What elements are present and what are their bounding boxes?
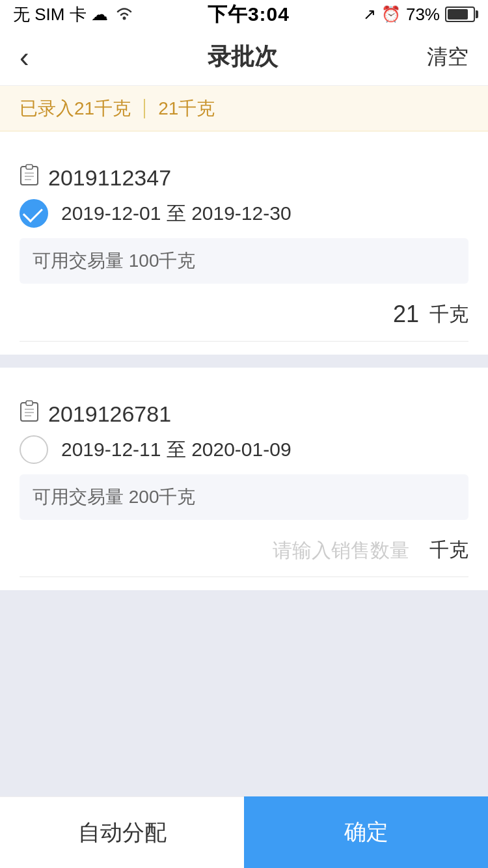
location-icon: ↗ [363, 5, 376, 23]
status-bar: 无 SIM 卡 ☁ 下午3:04 ↗ ⏰ 73% [0, 0, 488, 29]
wifi-icon [115, 5, 134, 25]
battery-percent: 73% [406, 5, 440, 25]
batch2-available: 可用交易量 200千克 [20, 474, 468, 520]
svg-rect-2 [26, 165, 33, 169]
info-value: 21千克 [158, 96, 215, 121]
batch1-qty-row: 21 千克 [20, 294, 468, 342]
sim-label: 无 SIM 卡 ☁ [13, 3, 108, 26]
clear-button[interactable]: 清空 [427, 43, 468, 72]
batch1-qty-value: 21 [393, 301, 419, 328]
batch2-header: 2019126781 [20, 400, 468, 427]
alarm-icon: ⏰ [381, 5, 401, 23]
batch2-icon [20, 400, 42, 427]
batch1-item: 2019112347 2019-12-01 至 2019-12-30 可用交易量… [20, 151, 468, 355]
svg-rect-7 [26, 401, 33, 405]
batch2-date-row: 2019-12-11 至 2020-01-09 [20, 435, 468, 464]
svg-point-0 [122, 16, 126, 20]
batch1-id: 2019112347 [48, 165, 171, 191]
section-divider [0, 355, 488, 368]
page-title: 录批次 [208, 41, 278, 73]
batch2-date: 2019-12-11 至 2020-01-09 [61, 437, 291, 463]
batch1-qty-unit: 千克 [429, 301, 468, 328]
batch2-qty-unit: 千克 [429, 537, 468, 563]
batch2-qty-input-row: 千克 [20, 530, 468, 577]
info-divider [144, 99, 145, 118]
status-time: 下午3:04 [208, 1, 290, 28]
batch2-radio[interactable] [20, 435, 48, 464]
status-left: 无 SIM 卡 ☁ [13, 3, 134, 26]
batch2-qty-input[interactable] [224, 539, 419, 562]
bottom-bar: 自动分配 确定 [0, 796, 488, 868]
info-recorded-label: 已录入21千克 [20, 96, 131, 121]
batch1-card: 2019112347 2019-12-01 至 2019-12-30 可用交易量… [0, 131, 488, 355]
batch1-date: 2019-12-01 至 2019-12-30 [61, 200, 291, 227]
confirm-button[interactable]: 确定 [244, 796, 488, 868]
batch1-header: 2019112347 [20, 164, 468, 191]
status-right: ↗ ⏰ 73% [363, 5, 475, 25]
batch1-radio[interactable] [20, 199, 48, 228]
batch1-available: 可用交易量 100千克 [20, 238, 468, 284]
info-banner: 已录入21千克 21千克 [0, 86, 488, 131]
batch2-id: 2019126781 [48, 401, 171, 427]
batch2-card: 2019126781 2019-12-11 至 2020-01-09 可用交易量… [0, 368, 488, 590]
auto-distribute-button[interactable]: 自动分配 [0, 796, 244, 868]
nav-bar: ‹ 录批次 清空 [0, 29, 488, 86]
battery-icon [445, 7, 475, 22]
back-button[interactable]: ‹ [20, 41, 59, 74]
batch1-icon [20, 164, 42, 191]
batch1-date-row: 2019-12-01 至 2019-12-30 [20, 199, 468, 228]
batch2-item: 2019126781 2019-12-11 至 2020-01-09 可用交易量… [20, 387, 468, 590]
